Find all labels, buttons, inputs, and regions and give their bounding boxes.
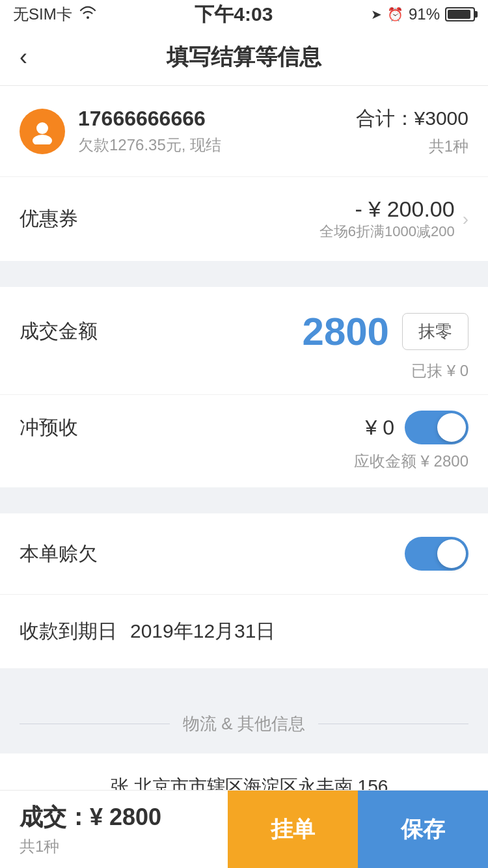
coupon-desc: 全场6折满1000减200	[319, 222, 455, 241]
footer-count: 共1种	[20, 836, 208, 857]
debit-row: 本单赊欠	[0, 513, 488, 594]
due-value: 2019年12月31日	[130, 618, 275, 645]
toggle-knob	[437, 413, 466, 442]
prepay-row: 冲预收 ¥ 0	[0, 394, 488, 451]
customer-total: 合计：¥3000	[356, 105, 468, 132]
customer-phone: 17666666666	[78, 107, 221, 131]
alarm-icon: ⏰	[387, 7, 403, 22]
prepay-sub: 应收金额 ¥ 2800	[0, 451, 488, 487]
due-row: 收款到期日 2019年12月31日	[0, 594, 488, 668]
battery-icon	[445, 7, 475, 21]
pending-button[interactable]: 挂单	[228, 791, 358, 869]
location-icon: ➤	[371, 7, 382, 22]
section-divider-1	[0, 274, 488, 287]
status-left: 无SIM卡	[13, 4, 97, 25]
status-bar: 无SIM卡 下午4:03 ➤ ⏰ 91%	[0, 0, 488, 29]
customer-row: 17666666666 欠款1276.35元, 现结 合计：¥3000 共1种	[0, 86, 488, 176]
wifi-icon	[79, 5, 97, 23]
customer-count: 共1种	[356, 136, 468, 157]
logistics-label: 物流 & 其他信息	[183, 712, 305, 735]
customer-card: 17666666666 欠款1276.35元, 现结 合计：¥3000 共1种 …	[0, 86, 488, 261]
battery-percent: 91%	[409, 5, 440, 23]
footer-deal-label: 成交：	[20, 804, 90, 830]
prepay-toggle[interactable]	[405, 411, 468, 444]
footer-info: 成交：¥ 2800 共1种	[0, 802, 228, 857]
divider-line-left	[20, 724, 170, 724]
svg-point-0	[36, 122, 48, 134]
coupon-label: 优惠券	[20, 206, 78, 232]
customer-sub: 欠款1276.35元, 现结	[78, 135, 221, 156]
amount-right: 2800 抹零	[303, 309, 468, 354]
logistics-divider: 物流 & 其他信息	[0, 694, 488, 753]
back-button[interactable]: ‹	[20, 44, 27, 71]
status-right: ➤ ⏰ 91%	[371, 5, 475, 23]
debit-card: 本单赊欠 收款到期日 2019年12月31日	[0, 513, 488, 668]
amount-sub: 已抹 ¥ 0	[0, 360, 488, 394]
customer-right: 合计：¥3000 共1种	[356, 105, 468, 157]
coupon-row[interactable]: 优惠券 - ¥ 200.00 全场6折满1000减200 ›	[0, 176, 488, 261]
page-title: 填写结算等信息	[167, 42, 321, 72]
prepay-right: ¥ 0	[366, 411, 468, 444]
amount-label: 成交金额	[20, 318, 98, 345]
debit-toggle-knob	[437, 539, 466, 568]
status-time: 下午4:03	[195, 1, 273, 28]
transaction-card: 成交金额 2800 抹零 已抹 ¥ 0 冲预收 ¥ 0 应收金额 ¥ 2800	[0, 287, 488, 487]
due-label: 收款到期日	[20, 618, 117, 645]
carrier-label: 无SIM卡	[13, 4, 72, 25]
debit-toggle[interactable]	[405, 537, 468, 571]
svg-point-1	[33, 135, 52, 144]
coupon-amount: - ¥ 200.00	[319, 197, 455, 222]
coupon-right: - ¥ 200.00 全场6折满1000减200 ›	[319, 197, 468, 241]
save-button[interactable]: 保存	[358, 791, 488, 869]
section-divider-3	[0, 681, 488, 694]
section-divider-2	[0, 500, 488, 513]
customer-info: 17666666666 欠款1276.35元, 现结	[78, 107, 221, 156]
footer-deal: 成交：¥ 2800	[20, 802, 208, 834]
prepay-label: 冲预收	[20, 414, 78, 441]
avatar	[20, 109, 65, 154]
footer: 成交：¥ 2800 共1种 挂单 保存	[0, 790, 488, 868]
chevron-right-icon: ›	[463, 209, 468, 230]
prepay-amount: ¥ 0	[366, 416, 394, 440]
footer-deal-amount: ¥ 2800	[90, 804, 161, 830]
debit-label: 本单赊欠	[20, 541, 98, 567]
amount-row: 成交金额 2800 抹零	[0, 287, 488, 360]
customer-left: 17666666666 欠款1276.35元, 现结	[20, 107, 221, 156]
divider-line-right	[318, 724, 468, 724]
round-button[interactable]: 抹零	[402, 313, 468, 350]
nav-bar: ‹ 填写结算等信息	[0, 29, 488, 86]
amount-value[interactable]: 2800	[303, 309, 389, 354]
